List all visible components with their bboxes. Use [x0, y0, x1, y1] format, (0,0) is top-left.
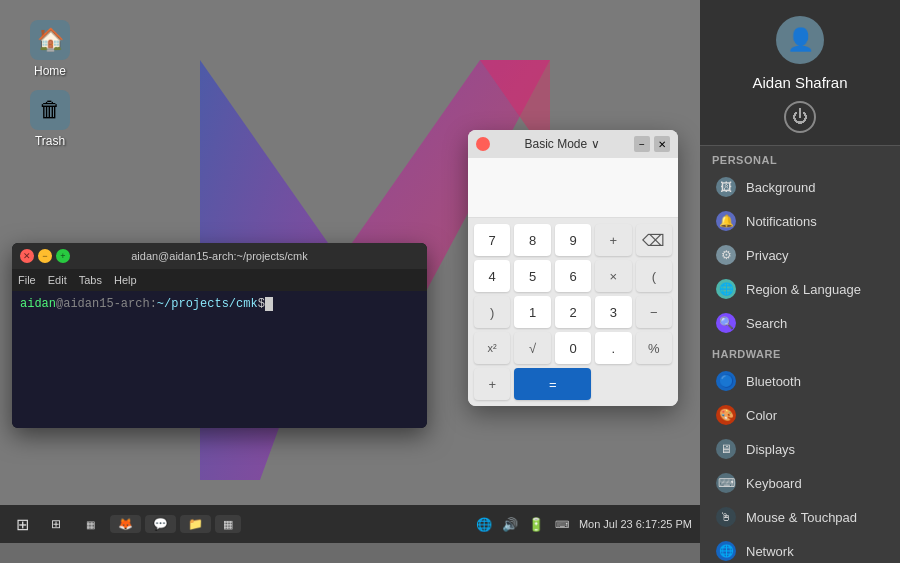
settings-panel: 👤 Aidan Shafran ⏻ Personal 🖼 Background …: [700, 0, 900, 563]
bluetooth-label: Bluetooth: [746, 374, 801, 389]
terminal-menu-file[interactable]: File: [18, 274, 36, 286]
settings-item-background[interactable]: 🖼 Background: [704, 170, 896, 204]
calculator-window: Basic Mode ∨ − ✕ 7 8 9 + ⌫ 4 5 6 × ( ) 1…: [468, 130, 678, 406]
mouse-label: Mouse & Touchpad: [746, 510, 857, 525]
calc-btn-9[interactable]: 9: [555, 224, 591, 256]
settings-header: 👤 Aidan Shafran ⏻: [700, 0, 900, 146]
network-icon: 🌐: [716, 541, 736, 561]
user-avatar: 👤: [776, 16, 824, 64]
home-icon[interactable]: 🏠 Home: [15, 20, 85, 78]
calc-btn-percent[interactable]: %: [636, 332, 672, 364]
calc-close-x-btn[interactable]: ✕: [654, 136, 670, 152]
settings-item-bluetooth[interactable]: 🔵 Bluetooth: [704, 364, 896, 398]
terminal-menu-tabs[interactable]: Tabs: [79, 274, 102, 286]
calc-btn-add[interactable]: +: [474, 368, 510, 400]
taskbar-app-chat[interactable]: 💬: [145, 515, 176, 533]
power-button[interactable]: ⏻: [784, 101, 816, 133]
taskbar-start-btn[interactable]: ⊞: [8, 510, 36, 538]
taskbar-right: 🌐 🔊 🔋 ⌨ Mon Jul 23 6:17:25 PM: [475, 515, 692, 533]
desktop: 🏠 Home 🗑 Trash ✕ − + aidan@aidan15-arch:…: [0, 0, 700, 543]
settings-section-personal: Personal: [700, 146, 900, 170]
calc-btn-plus[interactable]: +: [595, 224, 631, 256]
calc-btn-7[interactable]: 7: [474, 224, 510, 256]
tray-battery-icon[interactable]: 🔋: [527, 515, 545, 533]
calc-btn-6[interactable]: 6: [555, 260, 591, 292]
calc-btn-8[interactable]: 8: [514, 224, 550, 256]
settings-item-search[interactable]: 🔍 Search: [704, 306, 896, 340]
search-label: Search: [746, 316, 787, 331]
calc-btn-3[interactable]: 3: [595, 296, 631, 328]
calc-btn-close-paren[interactable]: ): [474, 296, 510, 328]
calc-button-grid: 7 8 9 + ⌫ 4 5 6 × ( ) 1 2 3 − x² √ 0 . %…: [468, 218, 678, 406]
taskbar-clock: Mon Jul 23 6:17:25 PM: [579, 518, 692, 530]
prompt-user: aidan: [20, 297, 56, 311]
calc-display: [468, 158, 678, 218]
settings-item-keyboard[interactable]: ⌨ Keyboard: [704, 466, 896, 500]
tray-network-icon[interactable]: 🌐: [475, 515, 493, 533]
taskbar-app-grid[interactable]: ▦: [215, 515, 241, 533]
notifications-label: Notifications: [746, 214, 817, 229]
region-icon: 🌐: [716, 279, 736, 299]
calc-minimize-btn[interactable]: −: [634, 136, 650, 152]
terminal-titlebar: ✕ − + aidan@aidan15-arch:~/projects/cmk: [12, 243, 427, 269]
terminal-menubar: File Edit Tabs Help: [12, 269, 427, 291]
calc-btn-backspace[interactable]: ⌫: [636, 224, 672, 256]
privacy-label: Privacy: [746, 248, 789, 263]
taskbar-apps: 🦊 💬 📁 ▦: [110, 515, 469, 533]
background-icon: 🖼: [716, 177, 736, 197]
terminal-menu-help[interactable]: Help: [114, 274, 137, 286]
calc-btn-square[interactable]: x²: [474, 332, 510, 364]
calc-btn-0[interactable]: 0: [555, 332, 591, 364]
terminal-maximize-btn[interactable]: +: [56, 249, 70, 263]
color-label: Color: [746, 408, 777, 423]
calc-btn-5[interactable]: 5: [514, 260, 550, 292]
calc-btn-multiply[interactable]: ×: [595, 260, 631, 292]
terminal-menu-edit[interactable]: Edit: [48, 274, 67, 286]
terminal-content: aidan @aidan15-arch : ~/projects/cmk $: [12, 291, 427, 428]
calc-btn-open-paren[interactable]: (: [636, 260, 672, 292]
calc-btn-2[interactable]: 2: [555, 296, 591, 328]
trash-icon[interactable]: 🗑 Trash: [15, 90, 85, 148]
calc-btn-4[interactable]: 4: [474, 260, 510, 292]
calc-title: Basic Mode ∨: [490, 137, 634, 151]
taskbar-app-files[interactable]: 📁: [180, 515, 211, 533]
calc-window-controls: [476, 137, 490, 151]
calc-btn-equals[interactable]: =: [514, 368, 591, 400]
settings-item-privacy[interactable]: ⚙ Privacy: [704, 238, 896, 272]
background-label: Background: [746, 180, 815, 195]
settings-item-network[interactable]: 🌐 Network: [704, 534, 896, 563]
taskbar-apps-btn[interactable]: ⊞: [42, 510, 70, 538]
settings-item-color[interactable]: 🎨 Color: [704, 398, 896, 432]
region-label: Region & Language: [746, 282, 861, 297]
color-icon: 🎨: [716, 405, 736, 425]
bluetooth-icon: 🔵: [716, 371, 736, 391]
tray-volume-icon[interactable]: 🔊: [501, 515, 519, 533]
user-name: Aidan Shafran: [752, 74, 847, 91]
network-label: Network: [746, 544, 794, 559]
displays-label: Displays: [746, 442, 795, 457]
displays-icon: 🖥: [716, 439, 736, 459]
settings-item-notifications[interactable]: 🔔 Notifications: [704, 204, 896, 238]
calc-btn-minus[interactable]: −: [636, 296, 672, 328]
keyboard-label: Keyboard: [746, 476, 802, 491]
settings-item-mouse[interactable]: 🖱 Mouse & Touchpad: [704, 500, 896, 534]
search-icon: 🔍: [716, 313, 736, 333]
terminal-title: aidan@aidan15-arch:~/projects/cmk: [70, 250, 369, 262]
prompt-path: ~/projects/cmk: [157, 297, 258, 311]
taskbar-app-firefox[interactable]: 🦊: [110, 515, 141, 533]
settings-item-displays[interactable]: 🖥 Displays: [704, 432, 896, 466]
calc-btn-1[interactable]: 1: [514, 296, 550, 328]
settings-item-region[interactable]: 🌐 Region & Language: [704, 272, 896, 306]
taskbar-workspace-btn[interactable]: ▦: [76, 510, 104, 538]
cursor: [265, 297, 273, 311]
calc-btn-dot[interactable]: .: [595, 332, 631, 364]
terminal-close-btn[interactable]: ✕: [20, 249, 34, 263]
calc-btn-sqrt[interactable]: √: [514, 332, 550, 364]
terminal-prompt: aidan @aidan15-arch : ~/projects/cmk $: [20, 297, 419, 311]
terminal-window-controls: ✕ − +: [20, 249, 70, 263]
calc-close-btn[interactable]: [476, 137, 490, 151]
terminal-minimize-btn[interactable]: −: [38, 249, 52, 263]
settings-section-hardware: Hardware: [700, 340, 900, 364]
tray-keyboard-icon[interactable]: ⌨: [553, 515, 571, 533]
calc-titlebar: Basic Mode ∨ − ✕: [468, 130, 678, 158]
